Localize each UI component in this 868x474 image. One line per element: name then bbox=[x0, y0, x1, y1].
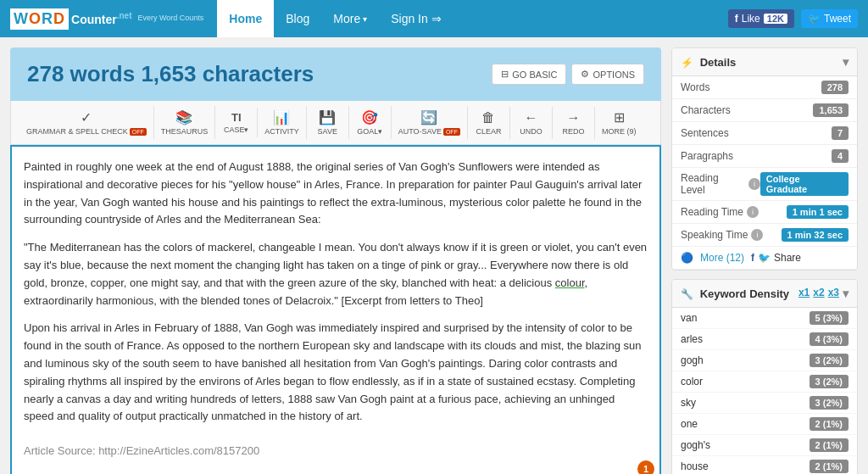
toolbar-grammar[interactable]: ✓ GRAMMAR & SPELL CHECKOFF bbox=[19, 106, 154, 139]
grid-icon: ⊞ bbox=[614, 109, 625, 125]
details-panel: ⚡ Details ▾ Words 278 Characters 1,653 S… bbox=[671, 47, 858, 270]
kd-x2-button[interactable]: x2 bbox=[813, 287, 824, 300]
tw-label: Tweet bbox=[824, 13, 851, 25]
kd-word-7: house bbox=[681, 460, 709, 472]
goal-icon: 🎯 bbox=[361, 109, 378, 125]
nav-item-more[interactable]: More ▾ bbox=[321, 0, 379, 37]
reading-level-info-icon[interactable]: i bbox=[748, 178, 760, 190]
main-nav: Home Blog More ▾ Sign In ⇒ bbox=[217, 0, 727, 37]
kd-word-2: gogh bbox=[681, 354, 704, 366]
kd-multipliers: x1 x2 x3 ▾ bbox=[798, 287, 849, 300]
check-icon: ✓ bbox=[81, 109, 92, 125]
facebook-like-button[interactable]: f Like 12K bbox=[728, 9, 794, 28]
words-value: 278 bbox=[821, 81, 849, 94]
toolbar-goal[interactable]: 🎯 GOAL▾ bbox=[349, 106, 392, 139]
fb-like-count: 12K bbox=[764, 14, 787, 24]
paragraph-3: Upon his arrival in Arles in February of… bbox=[24, 320, 648, 426]
share-icons: f 🐦 Share bbox=[751, 252, 801, 264]
kd-count-0: 5 (3%) bbox=[810, 311, 849, 325]
toolbar-undo[interactable]: ← UNDO bbox=[510, 107, 553, 139]
keyword-density-panel: 🔧 Keyword Density x1 x2 x3 ▾ van 5 (3%)a… bbox=[671, 279, 858, 474]
keyword-density-header: 🔧 Keyword Density x1 x2 x3 ▾ bbox=[672, 280, 857, 308]
kd-row-1: arles 4 (3%) bbox=[672, 329, 857, 350]
twitter-tweet-button[interactable]: 🐦 Tweet bbox=[801, 9, 858, 28]
words-label: Words bbox=[681, 81, 709, 93]
kd-count-6: 2 (1%) bbox=[810, 438, 849, 452]
toolbar-more[interactable]: ⊞ MORE (9) bbox=[595, 106, 643, 139]
paragraph-1: Painted in roughly one week at the end o… bbox=[24, 159, 648, 229]
reading-time-info-icon[interactable]: i bbox=[747, 206, 759, 218]
options-button[interactable]: ⚙ OPTIONS bbox=[571, 64, 644, 85]
logo-word-text: WORD bbox=[10, 8, 69, 30]
kd-x3-button[interactable]: x3 bbox=[828, 287, 839, 300]
detail-row-words: Words 278 bbox=[672, 76, 857, 99]
detail-row-speaking-time: Speaking Time i 1 min 32 sec bbox=[672, 224, 857, 247]
paragraphs-label: Paragraphs bbox=[681, 150, 733, 162]
editor-wrapper: Painted in roughly one week at the end o… bbox=[10, 145, 661, 474]
toolbar-redo[interactable]: → REDO bbox=[553, 107, 595, 139]
toolbar: ✓ GRAMMAR & SPELL CHECKOFF 📚 THESAURUS T… bbox=[10, 101, 661, 145]
toolbar-save[interactable]: 💾 SAVE bbox=[307, 106, 349, 139]
keyword-density-title: Keyword Density bbox=[700, 287, 789, 300]
clear-icon: 🗑 bbox=[481, 110, 495, 125]
facebook-share-icon[interactable]: f bbox=[751, 252, 754, 264]
details-more-link[interactable]: More (12) bbox=[700, 252, 744, 264]
logo-counter-text: Counter.net bbox=[71, 11, 131, 26]
spell-highlight: colour bbox=[555, 276, 585, 289]
toolbar-clear[interactable]: 🗑 CLEAR bbox=[468, 107, 510, 139]
kd-word-6: gogh's bbox=[681, 439, 710, 451]
toolbar-activity[interactable]: 📊 ACTIVITY bbox=[258, 106, 307, 139]
collapse-kd-button[interactable]: ▾ bbox=[843, 287, 849, 300]
collapse-details-button[interactable]: ▾ bbox=[843, 55, 849, 69]
detail-row-characters: Characters 1,653 bbox=[672, 99, 857, 122]
toolbar-autosave[interactable]: 🔄 AUTO-SAVEOFF bbox=[392, 106, 468, 139]
lightning-icon: ⚡ bbox=[681, 57, 693, 69]
editor-area[interactable]: Painted in roughly one week at the end o… bbox=[10, 145, 661, 474]
details-title: Details bbox=[700, 56, 737, 69]
wrench-icon: 🔧 bbox=[681, 288, 693, 300]
activity-icon: 📊 bbox=[273, 109, 290, 125]
kd-x1-button[interactable]: x1 bbox=[798, 287, 810, 300]
nav-item-home[interactable]: Home bbox=[217, 0, 274, 37]
detail-row-paragraphs: Paragraphs 4 bbox=[672, 145, 857, 168]
detail-row-reading-time: Reading Time i 1 min 1 sec bbox=[672, 201, 857, 224]
toolbar-thesaurus[interactable]: 📚 THESAURUS bbox=[154, 106, 216, 139]
kd-count-2: 3 (2%) bbox=[810, 354, 849, 367]
case-icon: TI bbox=[231, 111, 242, 124]
autosave-icon: 🔄 bbox=[420, 109, 437, 125]
layout-icon: ⊟ bbox=[501, 69, 509, 80]
kd-word-5: one bbox=[681, 418, 698, 430]
characters-value: 1,653 bbox=[813, 103, 849, 117]
fb-like-label: Like bbox=[742, 13, 760, 25]
kd-row-5: one 2 (1%) bbox=[672, 414, 857, 435]
word-count-title: 278 words 1,653 characters bbox=[27, 61, 314, 87]
left-panel: 278 words 1,653 characters ⊟ GO BASIC ⚙ … bbox=[10, 47, 661, 474]
kd-word-1: arles bbox=[681, 333, 703, 345]
keyword-density-list: van 5 (3%)arles 4 (3%)gogh 3 (2%)color 3… bbox=[672, 308, 857, 474]
header: WORD Counter.net Every Word Counts Home … bbox=[0, 0, 868, 37]
right-panel: ⚡ Details ▾ Words 278 Characters 1,653 S… bbox=[671, 47, 858, 474]
gear-icon: ⚙ bbox=[581, 69, 589, 80]
toolbar-case[interactable]: TI CASE▾ bbox=[215, 108, 258, 137]
nav-item-blog[interactable]: Blog bbox=[274, 0, 321, 37]
speaking-time-info-icon[interactable]: i bbox=[751, 229, 763, 241]
kd-row-2: gogh 3 (2%) bbox=[672, 350, 857, 371]
main-container: 278 words 1,653 characters ⊟ GO BASIC ⚙ … bbox=[0, 37, 868, 474]
kd-count-7: 2 (1%) bbox=[810, 460, 849, 473]
nav-item-signin[interactable]: Sign In ⇒ bbox=[379, 0, 453, 37]
kd-row-3: color 3 (2%) bbox=[672, 371, 857, 393]
details-toggle-icon: 🔵 bbox=[681, 252, 693, 264]
speaking-time-value: 1 min 32 sec bbox=[782, 228, 849, 242]
details-panel-header: ⚡ Details ▾ bbox=[672, 48, 857, 76]
go-basic-button[interactable]: ⊟ GO BASIC bbox=[492, 64, 566, 85]
twitter-share-icon[interactable]: 🐦 bbox=[758, 252, 771, 264]
undo-icon: ← bbox=[524, 110, 537, 125]
social-buttons: f Like 12K 🐦 Tweet bbox=[728, 9, 858, 28]
logo-tagline: Every Word Counts bbox=[137, 14, 203, 22]
notification-badge[interactable]: 1 bbox=[637, 460, 654, 474]
logo[interactable]: WORD Counter.net bbox=[10, 8, 131, 30]
kd-row-0: van 5 (3%) bbox=[672, 308, 857, 329]
paragraphs-value: 4 bbox=[832, 149, 849, 163]
characters-label: Characters bbox=[681, 104, 731, 116]
book-icon: 📚 bbox=[175, 109, 192, 125]
